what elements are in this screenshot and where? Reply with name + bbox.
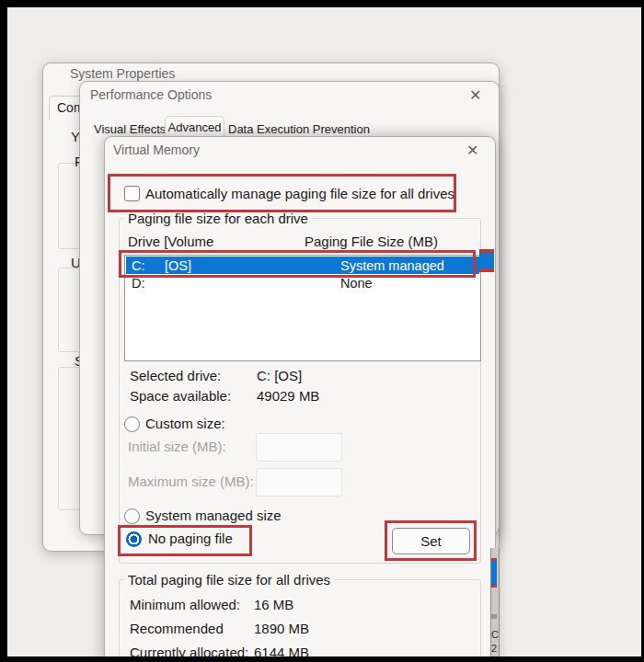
virtual-memory-title: Virtual Memory [113, 143, 200, 157]
sliver-char: 2 [491, 643, 497, 654]
space-available-label: Space available: [130, 388, 231, 404]
frame-bottom [0, 656, 644, 662]
sliver-tick [491, 614, 497, 619]
system-managed-radio[interactable] [124, 508, 140, 524]
system-managed-label: System managed size [145, 508, 282, 523]
annotation-box-set-button [385, 520, 477, 561]
selected-drive-value: C: [OS] [257, 368, 302, 383]
initial-size-input[interactable] [256, 433, 342, 462]
tab-visual-effects[interactable]: Visual Effects [94, 122, 166, 136]
total-row-label: Minimum allowed: [130, 597, 240, 612]
screenshot-stage: System Properties Com Y F U S Performanc… [0, 0, 644, 662]
virtual-memory-dialog: Virtual Memory ✕ Automatically manage pa… [104, 136, 496, 662]
initial-size-label: Initial size (MB): [128, 439, 226, 454]
annotation-box-no-paging [118, 525, 252, 556]
column-header-drive: Drive [Volume [128, 234, 213, 249]
custom-size-radio[interactable] [124, 417, 140, 432]
drive-cell: D: [132, 276, 145, 291]
sliver-char: C [491, 629, 499, 640]
annotation-box-selected-row [119, 250, 476, 278]
maximum-size-label: Maximum size (MB): [128, 474, 254, 489]
column-header-size: Paging File Size (MB) [305, 234, 438, 249]
total-row-value: 1890 MB [254, 621, 309, 636]
selection-edge-fragment [479, 249, 494, 272]
system-properties-title: System Properties [70, 66, 175, 81]
sliver-selection-fragment [491, 558, 497, 588]
maximum-size-input[interactable] [256, 468, 342, 496]
close-icon[interactable]: ✕ [466, 143, 478, 158]
tab-advanced[interactable]: Advanced [165, 116, 224, 138]
space-available-value: 49029 MB [257, 388, 319, 404]
performance-options-title: Performance Options [90, 87, 212, 102]
selected-drive-label: Selected drive: [130, 368, 221, 383]
background-sliver: C 2 [490, 548, 500, 656]
total-row-label: Recommended [130, 621, 224, 636]
tab-data-execution-prevention[interactable]: Data Execution Prevention [228, 122, 370, 136]
total-groupbox-title: Total paging file size for all drives [124, 572, 334, 588]
annotation-box-auto-manage [108, 174, 456, 212]
close-icon[interactable]: ✕ [469, 88, 481, 103]
custom-size-label: Custom size: [145, 416, 225, 431]
frame-left [0, 0, 7, 662]
selection-edge-fragment-blue [479, 253, 494, 268]
frame-top [0, 0, 644, 7]
paging-groupbox-title: Paging file size for each drive [124, 211, 312, 226]
size-cell: None [340, 276, 373, 291]
total-row-value: 16 MB [254, 597, 293, 612]
